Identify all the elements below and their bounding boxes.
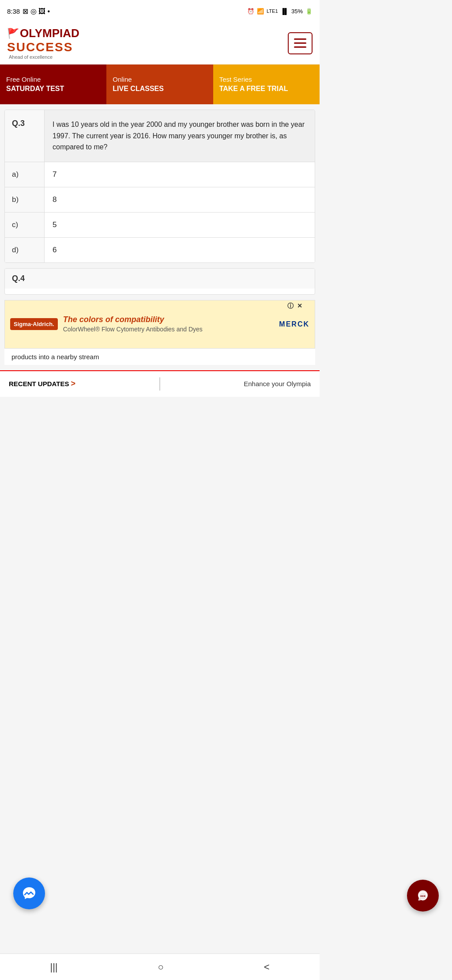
question-3-container: Q.3 I was 10 years old in the year 2000 … <box>4 110 315 263</box>
nav-item-2-light: Online <box>113 76 132 83</box>
question-number: Q.3 <box>5 110 45 162</box>
hamburger-line-3 <box>294 46 306 48</box>
recent-updates-label: RECENT UPDATES <box>9 380 69 387</box>
battery-level: 35% <box>291 8 303 15</box>
messenger-icon <box>21 885 37 901</box>
logo-tagline: Ahead of excellence <box>9 54 79 60</box>
ad-close-button[interactable]: ✕ <box>297 302 302 309</box>
nav-item-3-bold: TAKE A FREE TRIAL <box>219 85 288 92</box>
system-nav-bar: ||| ○ < <box>0 953 320 980</box>
messenger-fab-button[interactable] <box>13 877 45 909</box>
ad-below-text: products into a nearby stream <box>4 349 315 365</box>
merck-logo: MERCK <box>279 320 309 328</box>
ad-subtitle: ColorWheel® Flow Cytometry Antibodies an… <box>63 325 274 333</box>
nav-online-live-classes[interactable]: Online LIVE CLASSES <box>106 65 213 104</box>
status-right-icons: ⏰ 📶 LTE1 ▐▌ 35% 🔋 <box>247 8 313 15</box>
hamburger-line-1 <box>294 38 306 40</box>
system-back-button[interactable]: < <box>264 961 270 973</box>
bottom-right-text: Enhance your Olympia <box>244 380 311 387</box>
system-home-button[interactable]: ○ <box>158 961 163 973</box>
option-a-label: a) <box>5 162 45 187</box>
battery-icon: 🔋 <box>305 8 313 15</box>
system-recent-button[interactable]: ||| <box>50 961 57 973</box>
ad-title: The colors of compatibility <box>63 315 274 324</box>
ad-banner: ⓘ ✕ Sigma-Aldrich. The colors of compati… <box>4 300 315 349</box>
option-c-label: c) <box>5 213 45 237</box>
nav-bar: Free Online SATURDAY TEST Online LIVE CL… <box>0 65 320 104</box>
logo-top: 🚩 OLYMPIAD <box>7 27 79 40</box>
nav-item-3-light: Test Series <box>219 76 252 83</box>
ad-info-icon[interactable]: ⓘ <box>287 302 294 310</box>
logo-success-line: SUCCESS <box>7 40 79 54</box>
ad-below-content: products into a nearby stream <box>11 353 99 361</box>
alarm-icon: ⏰ <box>247 8 254 15</box>
nav-item-1-text: Free Online SATURDAY TEST <box>6 75 64 94</box>
hamburger-menu-button[interactable] <box>288 32 313 54</box>
question-4-partial-container: Q.4 <box>4 268 315 295</box>
ad-content: The colors of compatibility ColorWheel® … <box>63 315 274 333</box>
option-d-row[interactable]: d) 6 <box>5 238 315 262</box>
option-b-value: 8 <box>45 187 315 212</box>
wifi-icon: 📶 <box>257 8 264 15</box>
sigma-aldrich-badge: Sigma-Aldrich. <box>10 318 58 330</box>
bottom-divider <box>159 377 160 391</box>
logo-flag-icon: 🚩 <box>7 28 19 39</box>
status-time: 8:38 ⊠ ◎ 🖼 • <box>7 7 50 15</box>
recent-updates-link[interactable]: RECENT UPDATES > <box>9 379 75 388</box>
chevron-right-icon: > <box>71 379 75 388</box>
option-b-label: b) <box>5 187 45 212</box>
question-row: Q.3 I was 10 years old in the year 2000 … <box>5 110 315 162</box>
option-d-label: d) <box>5 238 45 262</box>
logo: 🚩 OLYMPIAD SUCCESS Ahead of excellence <box>7 27 79 60</box>
app-header: 🚩 OLYMPIAD SUCCESS Ahead of excellence <box>0 22 320 65</box>
hamburger-line-2 <box>294 42 306 44</box>
nav-item-2-text: Online LIVE CLASSES <box>113 75 164 94</box>
notification-icons: ⊠ ◎ 🖼 • <box>23 7 50 15</box>
nav-item-2-bold: LIVE CLASSES <box>113 85 164 92</box>
signal-bars: ▐▌ <box>281 8 289 15</box>
option-a-row[interactable]: a) 7 <box>5 162 315 187</box>
nav-test-series[interactable]: Test Series TAKE A FREE TRIAL <box>213 65 320 104</box>
logo-olympiad: OLYMPIAD <box>20 27 79 40</box>
logo-success: SUCCESS <box>7 40 73 54</box>
option-d-value: 6 <box>45 238 315 262</box>
bottom-bar: RECENT UPDATES > Enhance your Olympia <box>0 370 320 397</box>
nav-item-1-light: Free Online <box>6 76 41 83</box>
option-a-value: 7 <box>45 162 315 187</box>
option-c-row[interactable]: c) 5 <box>5 213 315 238</box>
nav-free-online-saturday[interactable]: Free Online SATURDAY TEST <box>0 65 106 104</box>
time-display: 8:38 <box>7 8 20 15</box>
status-bar: 8:38 ⊠ ◎ 🖼 • ⏰ 📶 LTE1 ▐▌ 35% 🔋 <box>0 0 320 22</box>
option-c-value: 5 <box>45 213 315 237</box>
nav-item-3-text: Test Series TAKE A FREE TRIAL <box>219 75 288 94</box>
question-text: I was 10 years old in the year 2000 and … <box>45 110 315 162</box>
question-4-number: Q.4 <box>5 269 315 289</box>
lte-indicator: LTE1 <box>267 8 278 14</box>
nav-item-1-bold: SATURDAY TEST <box>6 85 64 92</box>
option-b-row[interactable]: b) 8 <box>5 187 315 213</box>
